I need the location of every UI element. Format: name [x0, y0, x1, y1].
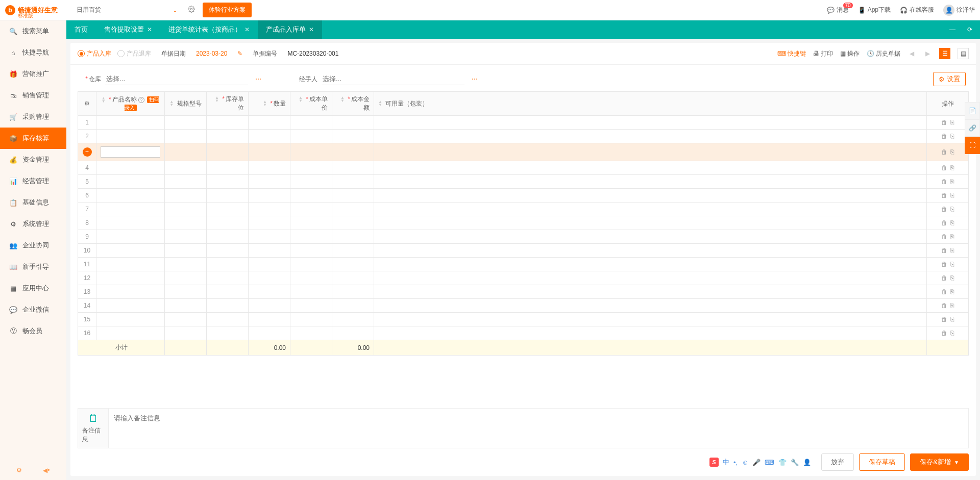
- copy-icon[interactable]: ⎘: [950, 233, 954, 240]
- help-icon[interactable]: ?: [138, 97, 144, 103]
- col-product[interactable]: ▲▼ *产品名称 ? 扫码录入: [96, 92, 165, 116]
- col-spec[interactable]: ▲▼ 规格型号: [165, 92, 207, 116]
- copy-icon[interactable]: ⎘: [950, 302, 954, 309]
- copy-icon[interactable]: ⎘: [950, 164, 954, 171]
- sidebar-item-gear[interactable]: ⚙系统管理: [0, 213, 66, 235]
- sidebar-item-bag[interactable]: 🛍销售管理: [0, 85, 66, 106]
- col-qty[interactable]: ▲▼ *数量: [249, 92, 290, 116]
- copy-icon[interactable]: ⎘: [950, 247, 954, 254]
- copy-icon[interactable]: ⎘: [950, 133, 954, 140]
- copy-icon[interactable]: ⎘: [950, 178, 954, 185]
- delete-icon[interactable]: 🗑: [941, 261, 947, 268]
- table-row[interactable]: 1🗑⎘: [78, 116, 969, 130]
- radio-product-out[interactable]: 产品退库: [117, 49, 151, 58]
- close-icon[interactable]: ✕: [309, 26, 314, 33]
- pencil-icon[interactable]: ✎: [237, 50, 242, 57]
- messages-button[interactable]: 💬 消息 70: [827, 6, 849, 14]
- collapse-icon[interactable]: ◀•: [43, 467, 50, 474]
- save-draft-button[interactable]: 保存草稿: [859, 453, 905, 471]
- col-price[interactable]: ▲▼ *成本单价: [290, 92, 332, 116]
- save-new-button[interactable]: 保存&新增 ▼: [910, 453, 969, 471]
- gear-icon[interactable]: [188, 6, 195, 14]
- sidebar-item-safe[interactable]: 💰资金管理: [0, 149, 66, 170]
- sidebar-item-gift[interactable]: 🎁营销推广: [0, 63, 66, 85]
- sidebar-item-apps[interactable]: ▦应用中心: [0, 277, 66, 299]
- sidebar-item-home[interactable]: ⌂快捷导航: [0, 42, 66, 63]
- copy-icon[interactable]: ⎘: [950, 274, 954, 282]
- delete-icon[interactable]: 🗑: [941, 133, 947, 140]
- card-view-toggle[interactable]: ▤: [958, 48, 969, 59]
- refresh-icon[interactable]: ⟳: [964, 23, 976, 36]
- print-link[interactable]: 🖶 打印: [813, 49, 833, 58]
- sidebar-item-vip[interactable]: Ⓥ畅会员: [0, 320, 66, 342]
- delete-icon[interactable]: 🗑: [941, 148, 947, 156]
- table-row[interactable]: +🗑⎘: [78, 143, 969, 161]
- warehouse-input[interactable]: [105, 73, 248, 85]
- user-menu[interactable]: 👤 徐泽华: [943, 5, 975, 16]
- table-row[interactable]: 13🗑⎘: [78, 285, 969, 299]
- delete-icon[interactable]: 🗑: [941, 247, 947, 254]
- date-value[interactable]: 2023-03-20: [196, 50, 227, 57]
- col-available[interactable]: ▲▼ 可用量（包装）: [374, 92, 927, 116]
- col-gear[interactable]: ⚙: [78, 92, 96, 116]
- table-row[interactable]: 11🗑⎘: [78, 258, 969, 271]
- close-icon[interactable]: ✕: [147, 26, 152, 33]
- copy-icon[interactable]: ⎘: [950, 288, 954, 295]
- col-unit[interactable]: ▲▼ *库存单位: [207, 92, 249, 116]
- delete-icon[interactable]: 🗑: [941, 178, 947, 185]
- table-row[interactable]: 14🗑⎘: [78, 299, 969, 313]
- side-tool-link[interactable]: 🔗: [965, 119, 980, 137]
- app-download-button[interactable]: 📱 App下载: [858, 6, 891, 14]
- delete-icon[interactable]: 🗑: [941, 330, 947, 337]
- tab-3[interactable]: 产成品入库单✕: [258, 20, 322, 39]
- sidebar-item-list[interactable]: 📋基础信息: [0, 192, 66, 213]
- table-row[interactable]: 7🗑⎘: [78, 203, 969, 216]
- next-arrow-icon[interactable]: ▶: [923, 50, 932, 57]
- copy-icon[interactable]: ⎘: [950, 206, 954, 213]
- close-icon[interactable]: ✕: [244, 26, 250, 33]
- online-service-button[interactable]: 🎧 在线客服: [900, 6, 934, 14]
- radio-product-in[interactable]: 产品入库: [78, 49, 111, 58]
- copy-icon[interactable]: ⎘: [950, 330, 954, 337]
- table-row[interactable]: 6🗑⎘: [78, 189, 969, 203]
- table-row[interactable]: 4🗑⎘: [78, 161, 969, 175]
- delete-icon[interactable]: 🗑: [941, 274, 947, 282]
- delete-icon[interactable]: 🗑: [941, 288, 947, 295]
- table-row[interactable]: 9🗑⎘: [78, 230, 969, 244]
- list-view-toggle[interactable]: ☰: [939, 48, 950, 59]
- ime-mic-icon[interactable]: 🎤: [752, 459, 761, 466]
- table-row[interactable]: 15🗑⎘: [78, 313, 969, 326]
- discard-button[interactable]: 放弃: [821, 453, 854, 471]
- copy-icon[interactable]: ⎘: [950, 148, 954, 156]
- ime-lang[interactable]: 中: [723, 458, 729, 467]
- side-tool-note[interactable]: 📄: [965, 102, 980, 119]
- ime-skin-icon[interactable]: 👕: [778, 459, 787, 466]
- col-amount[interactable]: ▲▼ *成本金额: [332, 92, 374, 116]
- settings-icon[interactable]: ⚙: [16, 467, 22, 474]
- sidebar-item-box[interactable]: 📦库存核算: [0, 128, 66, 149]
- delete-icon[interactable]: 🗑: [941, 192, 947, 199]
- delete-icon[interactable]: 🗑: [941, 164, 947, 171]
- delete-icon[interactable]: 🗑: [941, 302, 947, 309]
- copy-icon[interactable]: ⎘: [950, 219, 954, 226]
- ime-user-icon[interactable]: 👤: [803, 459, 811, 466]
- table-row[interactable]: 12🗑⎘: [78, 271, 969, 285]
- table-row[interactable]: 5🗑⎘: [78, 175, 969, 189]
- ime-keyboard-icon[interactable]: ⌨: [765, 459, 774, 466]
- table-row[interactable]: 10🗑⎘: [78, 244, 969, 258]
- ime-punct-icon[interactable]: •,: [733, 459, 738, 466]
- experience-button[interactable]: 体验行业方案: [203, 3, 252, 17]
- tab-1[interactable]: 售价提取设置✕: [96, 20, 160, 39]
- settings-button[interactable]: ⚙ 设置: [933, 72, 966, 86]
- tab-0[interactable]: 首页: [66, 20, 96, 39]
- sogou-icon[interactable]: S: [709, 458, 719, 467]
- delete-icon[interactable]: 🗑: [941, 233, 947, 240]
- handler-input[interactable]: [322, 73, 464, 85]
- more-icon[interactable]: ⋯: [472, 75, 478, 83]
- copy-icon[interactable]: ⎘: [950, 316, 954, 323]
- table-row[interactable]: 2🗑⎘: [78, 130, 969, 143]
- sidebar-item-wechat[interactable]: 💬企业微信: [0, 299, 66, 320]
- delete-icon[interactable]: 🗑: [941, 119, 947, 126]
- ime-tool-icon[interactable]: 🔧: [791, 459, 799, 466]
- add-row-icon[interactable]: +: [83, 147, 92, 157]
